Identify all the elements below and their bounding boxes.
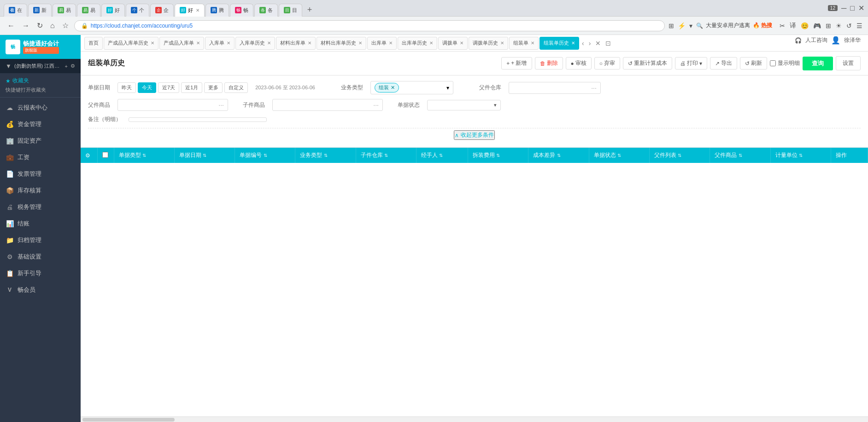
nav-item-fixed-assets[interactable]: 🏢 固定资产: [0, 133, 81, 149]
sun-icon[interactable]: ☀: [836, 22, 842, 29]
browser-tab-3[interactable]: 易 易: [53, 4, 76, 17]
dropdown-icon[interactable]: ▾: [689, 22, 692, 29]
tab-material-out-history-close[interactable]: ✕: [358, 40, 362, 46]
tab-in-order-history[interactable]: 入库单历史 ✕: [235, 37, 275, 50]
table-settings-icon[interactable]: ⚙: [85, 152, 90, 159]
browser-tab-7[interactable]: 企 企: [150, 4, 174, 17]
game-icon[interactable]: 🎮: [813, 22, 821, 29]
tab-assembly-history-close[interactable]: ✕: [571, 40, 575, 46]
back-button[interactable]: ←: [6, 20, 17, 32]
tab-in-order-history-close[interactable]: ✕: [267, 40, 271, 46]
window-minimize[interactable]: ─: [841, 4, 846, 12]
qr-icon[interactable]: ⊞: [669, 22, 674, 29]
tab-home[interactable]: 首页: [84, 37, 103, 50]
tab-material-out[interactable]: 材料出库单 ✕: [276, 37, 316, 50]
browser-tab-5[interactable]: 好 好: [101, 4, 125, 17]
browser-tab-11[interactable]: 各 各: [254, 4, 278, 17]
tab-out-order[interactable]: 出库单 ✕: [367, 37, 397, 50]
nav-item-invoices[interactable]: 📄 发票管理: [0, 166, 81, 182]
add-button[interactable]: + + 新增: [501, 57, 532, 69]
bookmark-button[interactable]: ☆: [60, 19, 70, 32]
table-settings-th[interactable]: ⚙: [81, 148, 97, 163]
doc-status-select[interactable]: ▾: [427, 100, 501, 110]
th-parent-list[interactable]: 父件列表 ⇅: [649, 148, 710, 163]
biz-type-dropdown[interactable]: ▾: [446, 85, 449, 91]
remark-input[interactable]: [129, 117, 267, 122]
th-child-warehouse[interactable]: 子件仓库 ⇅: [356, 148, 416, 163]
tab-scroll-right[interactable]: ›: [587, 40, 593, 47]
tab-finished-goods-in[interactable]: 产成品入库单 ✕: [159, 37, 204, 50]
show-detail-checkbox[interactable]: 显示明细: [770, 59, 800, 67]
export-button[interactable]: ↗ 导出: [710, 57, 737, 69]
tab-transfer-history[interactable]: 调拨单历史 ✕: [469, 37, 508, 50]
scissors-icon[interactable]: ✂: [780, 22, 785, 29]
nav-item-inventory[interactable]: 📦 库存核算: [0, 182, 81, 199]
tab-assembly-history[interactable]: 组装单历史 ✕: [540, 37, 579, 50]
tab-transfer[interactable]: 调拨单 ✕: [438, 37, 468, 50]
nav-item-payroll[interactable]: 💼 工资: [0, 149, 81, 166]
emoji-icon[interactable]: 😊: [801, 22, 809, 29]
browser-tab-9[interactable]: 腾 腾: [205, 4, 229, 17]
collapse-button[interactable]: ∧ 收起更多条件: [454, 130, 495, 140]
date-btn-yesterday[interactable]: 昨天: [117, 82, 136, 93]
print-dropdown-arrow[interactable]: ▾: [699, 60, 702, 67]
th-doc-date[interactable]: 单据日期 ⇅: [174, 148, 235, 163]
th-biz-type[interactable]: 业务类型 ⇅: [295, 148, 356, 163]
horizontal-scrollbar[interactable]: [81, 416, 868, 422]
date-btn-today[interactable]: 今天: [138, 82, 156, 93]
browser-tab-10[interactable]: 畅 畅: [230, 4, 253, 17]
abandon-button[interactable]: ○ 弃审: [594, 57, 620, 69]
th-cost-diff[interactable]: 成本差异 ⇅: [528, 148, 589, 163]
biz-type-tag-close[interactable]: ✕: [391, 85, 395, 91]
tab-scroll-left[interactable]: ‹: [580, 40, 586, 47]
tab-out-order-close[interactable]: ✕: [389, 40, 393, 46]
nav-item-finance[interactable]: 💰 资金管理: [0, 116, 81, 133]
tab-transfer-history-close[interactable]: ✕: [500, 40, 504, 46]
child-goods-input[interactable]: ···: [272, 99, 383, 111]
tab-in-order[interactable]: 入库单 ✕: [205, 37, 235, 50]
new-tab-button[interactable]: +: [303, 4, 316, 17]
query-button[interactable]: 查询: [803, 57, 833, 70]
browser-tab-12[interactable]: 目 目: [279, 4, 302, 17]
help-text[interactable]: 人工咨询: [805, 36, 827, 44]
select-all-checkbox[interactable]: [102, 152, 108, 158]
window-close[interactable]: ✕: [858, 4, 864, 12]
th-disassemble-fee[interactable]: 拆装费用 ⇅: [468, 148, 528, 163]
date-btn-more[interactable]: 更多: [204, 82, 223, 93]
date-btn-7days[interactable]: 近7天: [158, 82, 179, 93]
show-detail-input[interactable]: [770, 60, 776, 66]
tab-finished-goods-in-history[interactable]: 产成品入库单历史 ✕: [104, 37, 158, 50]
date-btn-1month[interactable]: 近1月: [181, 82, 202, 93]
tab-material-out-close[interactable]: ✕: [308, 40, 311, 46]
th-handler[interactable]: 经手人 ⇅: [416, 148, 468, 163]
browser-tab-4[interactable]: 易 易: [77, 4, 100, 17]
nav-item-cloud-reports[interactable]: ☁ 云报表中心: [0, 99, 81, 116]
tab-out-order-history-close[interactable]: ✕: [429, 40, 433, 46]
grid-icon[interactable]: ⊞: [826, 22, 831, 29]
tab-out-order-history[interactable]: 出库单历史 ✕: [398, 37, 437, 50]
biz-type-select[interactable]: 组装 ✕ ▾: [370, 81, 453, 94]
browser-tab-1[interactable]: 在 在: [4, 4, 27, 17]
search-icon[interactable]: 🔍: [696, 23, 703, 29]
tab-finished-goods-in-history-close[interactable]: ✕: [151, 40, 154, 46]
th-unit[interactable]: 计量单位 ⇅: [770, 148, 831, 163]
tab-transfer-close[interactable]: ✕: [460, 40, 463, 46]
tab-in-order-close[interactable]: ✕: [227, 40, 230, 46]
tab-material-out-history[interactable]: 材料出库单历史 ✕: [317, 37, 366, 50]
delete-button[interactable]: 🗑 删除: [535, 57, 563, 69]
review-button[interactable]: ● 审核: [566, 57, 592, 69]
th-doc-type[interactable]: 单据类型 ⇅: [114, 148, 174, 163]
nav-item-guide[interactable]: 📋 新手引导: [0, 265, 81, 282]
print-button[interactable]: 🖨 打印 ▾: [675, 57, 707, 69]
filter-settings-button[interactable]: 设置: [836, 56, 861, 70]
tab-assembly[interactable]: 组装单 ✕: [509, 37, 539, 50]
parent-warehouse-dots[interactable]: ···: [591, 84, 597, 92]
nav-item-member[interactable]: V 畅会员: [0, 282, 81, 298]
nav-item-closing[interactable]: 📊 结账: [0, 215, 81, 232]
recalculate-button[interactable]: ↺ 重新计算成本: [623, 57, 672, 69]
tab-assembly-close[interactable]: ✕: [531, 40, 534, 46]
date-btn-custom[interactable]: 自定义: [224, 82, 248, 93]
parent-goods-dots[interactable]: ···: [218, 101, 224, 109]
window-maximize[interactable]: □: [850, 4, 855, 12]
sidebar-account[interactable]: ▼ (勿删勿禁用) 江西服宝测试专用 + ⚙: [0, 59, 81, 73]
